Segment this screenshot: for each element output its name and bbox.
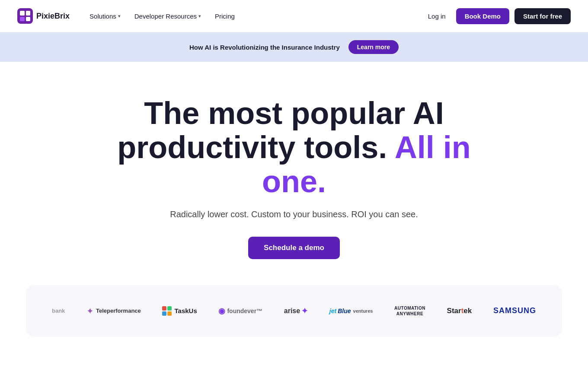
logo-dot-1	[20, 11, 25, 16]
svg-rect-0	[162, 306, 166, 311]
taskus-icon	[162, 306, 172, 316]
book-demo-button[interactable]: Book Demo	[456, 8, 509, 24]
schedule-demo-button[interactable]: Schedule a demo	[248, 237, 340, 259]
navbar: PixieBrix Solutions ▾ Developer Resource…	[0, 0, 588, 32]
logos-section: bank ✦ Teleperformance TaskUs ◉ foundeve…	[26, 285, 562, 337]
logo-text: PixieBrix	[36, 12, 70, 21]
logo-startek: Startek	[447, 307, 472, 315]
chevron-down-icon: ▾	[118, 13, 121, 19]
foundever-icon: ◉	[218, 306, 225, 316]
logo-arise: arise ✦	[284, 306, 308, 316]
logo-dot-2	[26, 11, 31, 16]
nav-solutions[interactable]: Solutions ▾	[83, 9, 127, 23]
announcement-banner: How AI is Revolutionizing the Insurance …	[0, 32, 588, 62]
logo-samsung: SAMSUNG	[493, 306, 536, 315]
logo-automation-anywhere: AUTOMATION ANYWHERE	[394, 305, 425, 317]
logo-bank: bank	[52, 308, 65, 314]
logo-teleperformance: ✦ Teleperformance	[86, 306, 141, 316]
logo-foundever: ◉ foundever™	[218, 306, 262, 316]
logo-dot-4	[26, 17, 31, 22]
hero-title: The most popular AI productivity tools. …	[99, 96, 489, 199]
nav-developer-resources[interactable]: Developer Resources ▾	[128, 9, 207, 23]
banner-text: How AI is Revolutionizing the Insurance …	[189, 44, 340, 51]
hero-section: The most popular AI productivity tools. …	[0, 62, 588, 285]
arise-icon: ✦	[301, 306, 308, 316]
logo[interactable]: PixieBrix	[17, 8, 70, 24]
nav-links: Solutions ▾ Developer Resources ▾ Pricin…	[83, 9, 241, 23]
svg-rect-2	[162, 311, 166, 316]
logo-dot-3	[20, 17, 25, 22]
nav-left: PixieBrix Solutions ▾ Developer Resource…	[17, 8, 241, 24]
login-button[interactable]: Log in	[423, 9, 451, 23]
start-free-button[interactable]: Start for free	[514, 8, 571, 24]
nav-pricing[interactable]: Pricing	[209, 9, 241, 23]
learn-more-button[interactable]: Learn more	[348, 40, 399, 54]
hero-subtitle: Radically lower cost. Custom to your bus…	[170, 209, 418, 219]
chevron-down-icon: ▾	[198, 13, 201, 19]
nav-right: Log in Book Demo Start for free	[423, 8, 571, 24]
logo-taskus: TaskUs	[162, 306, 197, 316]
logo-icon	[17, 8, 33, 24]
svg-rect-1	[167, 306, 172, 311]
tp-icon: ✦	[86, 306, 94, 316]
svg-rect-3	[167, 311, 172, 316]
logo-jetblue: jetBlue ventures	[329, 308, 373, 314]
